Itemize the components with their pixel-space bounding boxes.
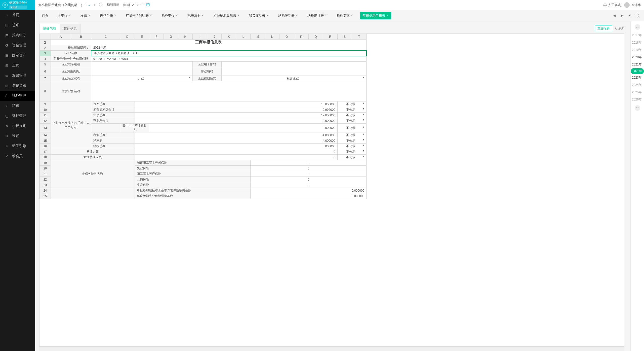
row-header[interactable]: 12 [40, 118, 51, 124]
switch-old-button[interactable]: 切到旧版 [105, 2, 121, 8]
publish-select[interactable]: 不公示 [337, 132, 366, 138]
tab-11[interactable]: 税检专家✕ [334, 12, 355, 19]
spreadsheet[interactable]: ABCDEFGHIJKLMNOPQRST 1工商年报信息表2税款所属期间：202… [39, 33, 624, 346]
col-header[interactable]: Q [308, 34, 323, 40]
publish-select[interactable]: 不公示 [337, 155, 366, 160]
row-header[interactable]: 11 [40, 113, 51, 118]
col-header[interactable]: L [236, 34, 251, 40]
subtab-basic[interactable]: 基础信息 [39, 24, 60, 33]
main-biz-value[interactable] [91, 81, 366, 101]
col-header[interactable]: E [135, 34, 149, 40]
col-header[interactable]: K [222, 34, 236, 40]
tab-9[interactable]: 纳税波动表✕ [276, 12, 300, 19]
addr-value[interactable] [91, 67, 192, 76]
publish-select[interactable]: 不公示 [337, 107, 366, 113]
fin-value[interactable]: 18.050000 [135, 101, 337, 107]
year-item[interactable]: 2025年 [631, 89, 644, 96]
tab-close-icon[interactable]: ✕ [69, 14, 71, 17]
tab-0[interactable]: 首页 [39, 12, 51, 19]
row-header[interactable]: 13 [40, 124, 51, 132]
publish-select[interactable]: 不公示 [337, 144, 366, 149]
tab-close-icon[interactable]: ✕ [202, 14, 204, 17]
year-item[interactable]: 2019年 [631, 46, 644, 54]
refresh-button[interactable]: ↻ 刷新 [615, 26, 624, 31]
tab-3[interactable]: 进销台账✕ [97, 12, 119, 19]
period-value[interactable]: 2022年度 [91, 45, 366, 51]
col-header[interactable]: H [178, 34, 193, 40]
col-header[interactable]: N [265, 34, 279, 40]
publish-select[interactable]: 不公示 [337, 138, 366, 144]
tab-1[interactable]: 兑申报✕ [55, 12, 73, 19]
col-header[interactable]: J [207, 34, 222, 40]
base-value[interactable]: 0.000000 [251, 188, 367, 193]
company-value[interactable]: 刘小艳演示账套（勿删勿动！）1 [91, 51, 366, 56]
insurance-value[interactable]: 0 [251, 160, 367, 166]
col-header[interactable]: F [149, 34, 164, 40]
publish-select[interactable]: 不公示 [337, 101, 366, 107]
reg-value[interactable]: 91320811MA7NGR2W6R [91, 56, 366, 62]
tab-close-icon[interactable]: ✕ [386, 14, 389, 17]
postal-value[interactable] [222, 67, 367, 76]
nav-item-9[interactable]: ✓结账 [0, 101, 35, 111]
insurance-value[interactable]: 0 [251, 171, 367, 177]
tab-6[interactable]: 税表清册✕ [185, 12, 206, 19]
email-value[interactable] [222, 62, 367, 67]
tab-5[interactable]: 税务申报✕ [159, 12, 180, 19]
year-item[interactable]: 2024年 [631, 81, 644, 89]
row-header[interactable]: 21 [40, 171, 51, 177]
row-header[interactable]: 25 [40, 193, 51, 199]
tab-close-icon[interactable]: ✕ [237, 14, 239, 17]
tab-2[interactable]: 发票✕ [78, 12, 93, 19]
reset-report-button[interactable]: 重置报表 [595, 25, 612, 32]
user-menu[interactable]: 徐泽华 [624, 2, 641, 8]
fin-value[interactable]: 12.050000 [135, 113, 337, 118]
row-header[interactable]: 7 [40, 76, 51, 81]
row-header[interactable]: 4 [40, 56, 51, 62]
tab-close-icon[interactable]: ✕ [296, 14, 298, 17]
nav-item-10[interactable]: ▢归档管理 [0, 111, 35, 121]
tab-prev-button[interactable]: ◀ [611, 13, 617, 19]
insurance-value[interactable]: 0 [251, 177, 367, 182]
holding-value[interactable]: 私营企业 [222, 76, 367, 81]
year-item[interactable]: 2020年 [631, 54, 644, 61]
publish-select[interactable]: 不公示 [337, 118, 366, 124]
col-header[interactable]: O [279, 34, 294, 40]
col-header[interactable]: P [294, 34, 309, 40]
phone-value[interactable] [91, 62, 192, 67]
fin-value[interactable]: -4.000000 [135, 138, 337, 144]
tab-12[interactable]: 年报信息申报表✕ [360, 12, 391, 19]
row-header[interactable]: 24 [40, 188, 51, 193]
row-header[interactable]: 19 [40, 160, 51, 166]
nav-item-3[interactable]: ✪资金管理 [0, 40, 35, 50]
add-account-button[interactable]: ＋ [93, 2, 97, 8]
row-header[interactable]: 5 [40, 62, 51, 67]
year-item[interactable]: 2017年 [631, 32, 644, 39]
fin-value[interactable]: 0.000000 [135, 144, 337, 149]
period-value[interactable]: 2023-11 [132, 3, 144, 7]
tab-close-icon[interactable]: ✕ [150, 14, 152, 17]
tab-close-icon[interactable]: ✕ [176, 14, 178, 17]
col-header[interactable]: C [91, 34, 120, 40]
nav-item-1[interactable]: ▤总账 [0, 20, 35, 30]
fin-value[interactable]: 0.000000 [135, 118, 337, 124]
insurance-value[interactable]: 0 [251, 182, 367, 188]
row-header[interactable]: 8 [40, 81, 51, 101]
col-header[interactable]: I [193, 34, 207, 40]
vertical-scrollbar[interactable] [627, 21, 630, 351]
row-header[interactable]: 20 [40, 166, 51, 171]
year-item[interactable]: 2018年 [631, 39, 644, 46]
publish-select[interactable]: 不公示 [337, 113, 366, 118]
row-header[interactable]: 3 [40, 51, 51, 56]
nav-item-5[interactable]: ⊟工资 [0, 60, 35, 71]
nav-item-11[interactable]: ↻小畅报销 [0, 121, 35, 131]
tab-close-icon[interactable]: ✕ [351, 14, 353, 17]
employee-value[interactable]: 0 [135, 149, 337, 155]
tab-4[interactable]: 存货别名对照表✕ [123, 12, 154, 19]
nav-item-6[interactable]: ▭发票管理 [0, 71, 35, 81]
row-header[interactable]: 2 [40, 45, 51, 51]
year-item[interactable]: 2026年 [631, 96, 644, 103]
nav-item-2[interactable]: ⬒报表中心 [0, 30, 35, 40]
tab-close-icon[interactable]: ✕ [88, 14, 90, 17]
tab-next-button[interactable]: ▶ [619, 13, 625, 19]
publish-select[interactable]: 不公示 [337, 149, 366, 155]
